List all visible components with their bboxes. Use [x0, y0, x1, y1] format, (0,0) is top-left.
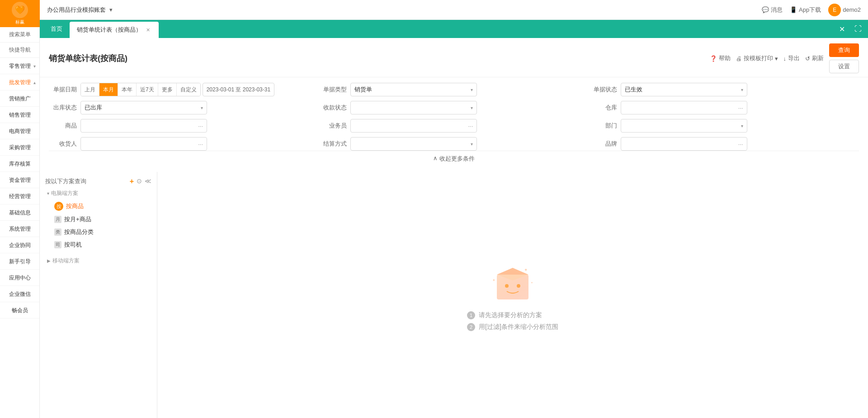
tab-expand-btn[interactable]: ⛶ — [852, 23, 864, 35]
quick-nav-label[interactable]: 快捷导航 — [9, 44, 31, 56]
settlement-input[interactable]: ▾ — [350, 137, 477, 151]
user-name: demo2 — [843, 6, 861, 13]
member-label: 畅会员 — [12, 307, 28, 314]
sidebar-item-wholesale[interactable]: 批发管理 ▴ — [0, 74, 39, 90]
print-dropdown-icon[interactable]: ▾ — [775, 55, 778, 62]
topbar-right: 💬 消息 📱 App下载 E demo2 — [762, 4, 861, 16]
basic-label: 基础信息 — [9, 209, 31, 217]
sidebar-item-wechat[interactable]: 企业微信 — [0, 286, 39, 302]
apps-label: 应用中心 — [9, 274, 31, 282]
sidebar-quick-nav[interactable]: 快捷导航 — [0, 43, 39, 58]
sidebar-item-operations[interactable]: 经营管理 — [0, 188, 39, 204]
sidebar-item-apps[interactable]: 应用中心 — [0, 270, 39, 286]
receiver-label: 收货人 — [49, 140, 80, 148]
mobile-group-label: 移动端方案 — [52, 257, 80, 265]
dept-filter-cell: 部门 ▾ — [589, 119, 859, 133]
desktop-group-header[interactable]: ▾ 电脑端方案 — [40, 187, 157, 200]
sidebar-search[interactable]: 搜索菜单 — [0, 27, 39, 43]
sidebar-item-enterprise[interactable]: 企业协同 — [0, 237, 39, 253]
status-label: 单据状态 — [589, 86, 621, 94]
sidebar-item-marketing[interactable]: 营销推广 — [0, 90, 39, 107]
sidebar-item-member[interactable]: 畅会员 — [0, 302, 39, 318]
tab-sales-stats-label: 销货单统计表（按商品） — [77, 26, 142, 34]
dept-dropdown-icon: ▾ — [741, 124, 743, 128]
collapse-bar[interactable]: ∧ 收起更多条件 — [49, 151, 859, 166]
sidebar-item-finance[interactable]: 资金管理 — [0, 172, 39, 188]
svg-point-2 — [517, 284, 520, 288]
settlement-dropdown-icon: ▾ — [471, 142, 473, 147]
dept-input[interactable]: ▾ — [621, 119, 747, 133]
print-icon: 🖨 — [736, 55, 742, 62]
tree-item-by-category[interactable]: 类 按商品分类 — [40, 226, 157, 238]
print-btn[interactable]: 🖨 按模板打印 ▾ — [736, 54, 778, 62]
date-btn-last-month[interactable]: 上月 — [81, 83, 99, 96]
date-btn-custom[interactable]: 自定义 — [177, 83, 200, 96]
help-btn[interactable]: ❓ 帮助 — [710, 54, 731, 62]
tree-expand-arrow: ▾ — [47, 191, 49, 196]
type-filter-cell: 单据类型 销货单 ▾ — [319, 83, 589, 96]
search-menu-label[interactable]: 搜索菜单 — [9, 31, 31, 38]
app-download-btn[interactable]: 📱 App下载 — [790, 6, 821, 14]
wholesale-label: 批发管理 — [9, 79, 31, 86]
collapse-label: 收起更多条件 — [439, 155, 475, 163]
export-btn[interactable]: ↓ 导出 — [783, 54, 800, 62]
message-btn[interactable]: 💬 消息 — [762, 6, 783, 14]
page-actions: ❓ 帮助 🖨 按模板打印 ▾ ↓ 导出 ↺ 刷新 查询 — [710, 43, 859, 73]
sidebar-item-ecommerce[interactable]: 电商管理 — [0, 123, 39, 139]
dept-label: 部门 — [589, 122, 621, 130]
sidebar-item-purchase[interactable]: 采购管理 — [0, 139, 39, 156]
active-item-icon: 按 — [54, 202, 63, 211]
sidebar-item-system[interactable]: 系统管理 — [0, 221, 39, 237]
payment-label: 收款状态 — [319, 104, 350, 112]
category-icon: 类 — [54, 228, 61, 236]
settings-icon[interactable]: ⊙ — [137, 177, 142, 185]
query-button[interactable]: 查询 — [829, 43, 859, 57]
sidebar-item-retail[interactable]: 零售管理 ▾ — [0, 58, 39, 74]
status-input[interactable]: 已生效 ▾ — [621, 83, 747, 96]
refresh-btn[interactable]: ↺ 刷新 — [805, 54, 824, 62]
collapse-panel-icon[interactable]: ≪ — [145, 177, 151, 185]
warehouse-input[interactable]: ··· — [621, 101, 747, 114]
type-input[interactable]: 销货单 ▾ — [350, 83, 477, 96]
receiver-input[interactable]: ··· — [80, 137, 207, 151]
tab-home[interactable]: 首页 — [43, 20, 70, 38]
user-profile[interactable]: E demo2 — [828, 4, 861, 16]
date-range-display[interactable]: 2023-03-01 至 2023-03-31 — [203, 83, 274, 96]
tab-sales-stats[interactable]: 销货单统计表（按商品） ✕ — [70, 22, 159, 38]
purchase-label: 采购管理 — [9, 144, 31, 152]
tree-item-by-driver[interactable]: 司 按司机 — [40, 238, 157, 251]
goods-input[interactable]: ··· — [80, 119, 207, 133]
tree-item-by-goods[interactable]: 按 按商品 — [40, 200, 157, 213]
driver-label: 按司机 — [64, 241, 82, 249]
date-btn-this-year[interactable]: 本年 — [118, 83, 137, 96]
sidebar-item-inventory[interactable]: 库存核算 — [0, 156, 39, 172]
setting-button[interactable]: 设置 — [829, 60, 859, 73]
sidebar-item-sales[interactable]: 销售管理 — [0, 107, 39, 123]
out-status-input[interactable]: 已出库 ▾ — [80, 101, 207, 114]
date-btn-this-month[interactable]: 本月 — [99, 83, 118, 96]
date-filter-cell: 单据日期 上月 本月 本年 近7天 更多 自定义 2023-03-01 至 20… — [49, 83, 319, 96]
date-btn-7days[interactable]: 近7天 — [137, 83, 158, 96]
logo[interactable]: 🧡 标赢 — [0, 0, 40, 27]
tab-close-icon[interactable]: ✕ — [144, 26, 151, 33]
mobile-group-header[interactable]: ▶ 移动端方案 — [40, 255, 157, 267]
brand-input[interactable]: ··· — [621, 137, 747, 151]
add-scheme-btn[interactable]: + — [130, 177, 134, 185]
topbar-title: 办公用品行业模拟账套 — [47, 6, 106, 14]
tab-close-window-btn[interactable]: ✕ — [835, 23, 848, 35]
warehouse-dots: ··· — [738, 104, 743, 111]
category-label: 按商品分类 — [64, 228, 94, 236]
export-icon: ↓ — [783, 55, 787, 62]
left-panel: 按以下方案查询 + ⊙ ≪ ▾ 电脑端方案 按 按商品 — [40, 172, 157, 418]
sidebar-item-basic[interactable]: 基础信息 — [0, 204, 39, 221]
sidebar-item-guide[interactable]: 新手引导 — [0, 253, 39, 270]
staff-input[interactable]: ··· — [350, 119, 477, 133]
topbar-dropdown[interactable]: ▾ — [109, 6, 113, 13]
finance-label: 资金管理 — [9, 176, 31, 184]
goods-filter-cell: 商品 ··· — [49, 119, 319, 133]
receiver-dots: ··· — [198, 141, 203, 147]
date-btn-more[interactable]: 更多 — [158, 83, 177, 96]
payment-input[interactable]: ▾ — [350, 101, 477, 114]
tree-item-by-month-goods[interactable]: 月 按月+商品 — [40, 213, 157, 226]
payment-dropdown-icon: ▾ — [471, 105, 473, 110]
